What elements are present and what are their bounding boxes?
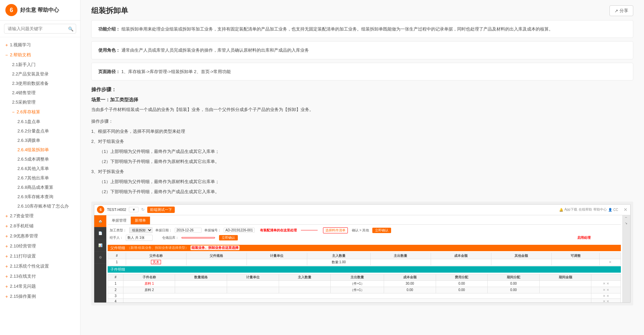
step3-1: （1）上部明细为父件明细，最终作为原材料生成其它出库单； (91, 177, 633, 186)
screenshot-right-panel: ↕ ↗ (622, 215, 630, 302)
sidebar-item-264[interactable]: 2.6.4组装拆卸单 (0, 145, 80, 155)
sidebar-item-266[interactable]: 2.6.6其他入库单 (0, 164, 80, 173)
sidebar-item-finance[interactable]: + 2.7资金管理 (0, 211, 80, 221)
annotation2: 组装业务、拆卸业务在这里选择 (191, 245, 239, 250)
td-parent-highlight: 关木 (151, 260, 161, 264)
ss-nav-docs[interactable]: 📄 (94, 227, 106, 239)
sub-th-period: 期间分配 (488, 274, 540, 280)
sidebar-item-label: 2.14常见问题 (10, 283, 36, 289)
sidebar-item-video[interactable]: + 1.视频学习 (0, 40, 80, 50)
sidebar-item-docs[interactable]: − 2.帮助文档 (0, 50, 80, 60)
ss-close-icon[interactable]: ✕ (624, 207, 628, 212)
sidebar-item-265[interactable]: 2.6.5成本调整单 (0, 155, 80, 164)
sidebar-item-payment[interactable]: + 2.13在线支付 (0, 271, 80, 281)
sub-td-period-amt (539, 287, 591, 293)
ss-billno-label: 单据编号： (204, 228, 221, 233)
sidebar-item-267[interactable]: 2.6.7其他出库单 (0, 173, 80, 183)
ss-nav-home[interactable]: 🏠 (94, 215, 106, 227)
sidebar-item-install[interactable]: 2.2产品安装及登录 (0, 69, 80, 79)
sidebar-item-262[interactable]: 2.6.2分量盘点单 (0, 126, 80, 136)
sub-td-name: 原料 1 (123, 280, 175, 287)
screenshot-topbar: 6 TEST-H002 ▼ ↻ 前端测试一下 🔔 App下载 在线帮助 帮助中心… (94, 205, 630, 215)
function-intro-text: 组装拆卸单用来处理企业组装或拆卸等加工业务，支持有固定装配清单的产品加工业务，也… (121, 26, 553, 32)
ss-center-icon: 帮助中心 (593, 207, 607, 212)
ss-select-bom-btn[interactable]: 选择料件清单 (323, 227, 348, 233)
expand-icon: + (5, 274, 8, 279)
sub-td-dist: 0.00 (436, 287, 488, 293)
sub-td-spec (175, 280, 227, 287)
th-parent-name: 父件名称 (126, 253, 186, 259)
screenshot-sub-table: # 子件名称 数量规格 计量单位 主入数量 主出数量 成本金额 费用分配 期间分 (108, 273, 621, 302)
screenshot-container: 6 TEST-H002 ▼ ↻ 前端测试一下 🔔 App下载 在线帮助 帮助中心… (91, 202, 633, 305)
ss-nav-settings[interactable]: ⚙ (94, 252, 106, 264)
sidebar-item-263[interactable]: 2.6.3调拨单 (0, 136, 80, 145)
step2-1: （1）上部明细为父件明细，最终作为产成品生成其它入库单； (91, 147, 633, 156)
ss-date-label: 单据日期： (155, 228, 172, 233)
sub-td-cost: 0.00 (384, 287, 436, 293)
share-button[interactable]: ↗ 分享 (609, 5, 633, 16)
step3-2: （2）下部明细为子件明细，最终作为产成品生成其它入库单。 (91, 187, 633, 196)
sidebar-item-2610[interactable]: 2.6.10库存账本错了怎么办 (0, 202, 80, 211)
ss-nav-chart[interactable]: 📊 (94, 239, 106, 252)
sidebar-item-269[interactable]: 2.6.9库存账本查询 (0, 192, 80, 202)
ss-table-title-text: 父件明细 (110, 245, 125, 250)
table-row: 1 关木 数量:1.00 (108, 259, 621, 265)
sub-td-out: （件+1） (331, 280, 384, 287)
sub-td-action[interactable]: ✕ ✕ (591, 293, 621, 298)
sidebar-item-mgmt[interactable]: + 2.10经营管理 (0, 241, 80, 251)
ss-tab-new[interactable]: 新增单 (131, 217, 150, 224)
sub-th-dist: 费用分配 (436, 274, 488, 280)
screenshot-left-nav: 🏠 📄 📊 ⚙ (94, 215, 106, 302)
ss-warehouse-label: 仓储品库： (162, 235, 179, 240)
sidebar-item-purchase[interactable]: 2.5采购管理 (0, 98, 80, 107)
ss-tab-list[interactable]: 单据管理 (108, 217, 131, 224)
td-parent-name: 关木 (126, 259, 186, 265)
sidebar-item-label: 2.7资金管理 (10, 213, 34, 219)
ss-username: CC (613, 208, 618, 212)
ss-right-icon2[interactable]: ↗ (625, 222, 628, 225)
function-intro-label: 功能介绍： (98, 26, 120, 32)
ss-dropdown[interactable]: ▼ (129, 207, 139, 212)
collapse-icon: − (12, 110, 15, 115)
ss-confirm2-btn[interactable]: 立即确认 (219, 235, 238, 240)
sidebar-item-faq[interactable]: + 2.14常见问题 (0, 281, 80, 291)
sidebar-item-coupon[interactable]: + 2.9优惠券管理 (0, 231, 80, 241)
sub-td-action[interactable]: ✕ ✕ (591, 298, 621, 302)
annotation1-line (301, 230, 318, 230)
sidebar-item-261[interactable]: 2.6.1盘点单 (0, 117, 80, 126)
sidebar-item-label: 2.6库存核算 (17, 109, 40, 115)
sub-td-action[interactable]: ✕ ✕ (591, 287, 621, 293)
sidebar-item-newuser[interactable]: 2.1新手入门 (0, 60, 80, 69)
sub-td-action[interactable]: ✕ ✕ (591, 280, 621, 287)
sub-td-unit (227, 280, 279, 287)
td-action[interactable]: ✕ (600, 259, 621, 265)
expand-icon: + (5, 264, 8, 269)
sidebar-item-mobile[interactable]: + 2.8手机旺铺 (0, 221, 80, 231)
sub-th-index: # (108, 274, 123, 280)
sidebar-item-268[interactable]: 2.6.8商品成本重算 (0, 183, 80, 192)
sidebar-item-label: 2.11打印设置 (10, 253, 36, 259)
sidebar-item-data-prep[interactable]: 2.3使用前数据准备 (0, 79, 80, 88)
sub-td-in (279, 287, 331, 293)
ss-help-icon: 在线帮助 (579, 207, 592, 212)
sub-td-index: 1 (108, 280, 123, 287)
ss-warehouse-value[interactable] (181, 237, 215, 238)
sidebar-item-cases[interactable]: + 2.15操作案例 (0, 291, 80, 301)
ss-new-btn[interactable]: 前端测试一下 (147, 207, 175, 213)
ss-confirm-btn[interactable]: 立即确认 (372, 228, 391, 233)
main-header: 组装拆卸单 ↗ 分享 (80, 0, 644, 20)
ss-type-select[interactable]: 组装拆卸 (129, 227, 153, 233)
sidebar-item-custom[interactable]: + 2.12系统个性化设置 (0, 261, 80, 271)
sidebar-item-inventory[interactable]: − 2.6库存核算 (0, 107, 80, 117)
sub-td-dist: 0.00 (436, 280, 488, 287)
search-input[interactable] (4, 24, 76, 34)
screenshot-form: 加工类型： 组装拆卸 单据日期： 2019-12-26 单据编号： AD-201… (108, 225, 621, 244)
sub-th-spec: 数量规格 (175, 274, 227, 280)
sub-td-spec (175, 287, 227, 293)
ss-right-icon1[interactable]: ↕ (625, 217, 628, 218)
sidebar-item-sales[interactable]: 2.4销售管理 (0, 88, 80, 98)
sidebar-item-print[interactable]: + 2.11打印设置 (0, 251, 80, 261)
sidebar-item-label: 2.15操作案例 (10, 293, 36, 299)
collapse-icon: − (5, 53, 8, 58)
sub-table-header-row: # 子件名称 数量规格 计量单位 主入数量 主出数量 成本金额 费用分配 期间分 (108, 274, 621, 280)
